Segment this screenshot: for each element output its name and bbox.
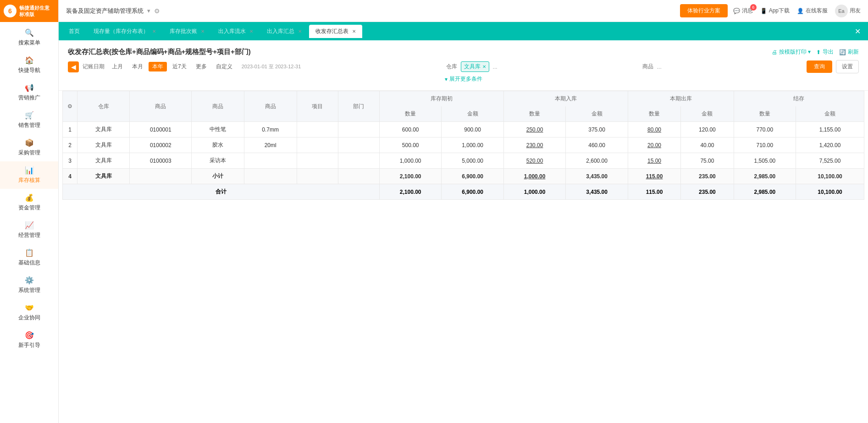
row-in-qty: 1,000.00 bbox=[503, 169, 565, 184]
tab-inout-summary-close[interactable]: ✕ bbox=[298, 29, 302, 34]
expand-label: 展开更多条件 bbox=[449, 75, 482, 83]
sidebar-item-operations[interactable]: 📈经营管理 bbox=[0, 216, 58, 244]
row-out-qty[interactable]: 80.00 bbox=[628, 122, 680, 137]
tab-recv-send-close[interactable]: ✕ bbox=[352, 29, 356, 34]
goods-more[interactable]: ... bbox=[657, 64, 662, 70]
sidebar-label-quick: 快捷导航 bbox=[18, 66, 40, 74]
tab-inout-flow-close[interactable]: ✕ bbox=[249, 29, 253, 34]
footer-in-amt: 3,435.00 bbox=[566, 184, 628, 200]
sidebar-item-basic[interactable]: 📋基础信息 bbox=[0, 244, 58, 271]
warehouse-tag-text: 文具库 bbox=[464, 63, 481, 71]
sidebar-label-finance: 资金管理 bbox=[18, 204, 40, 212]
warehouse-tag: 文具库 ✕ bbox=[461, 61, 489, 72]
sidebar-icon-search: 🔍 bbox=[25, 28, 34, 37]
trial-button[interactable]: 体验行业方案 bbox=[680, 4, 728, 17]
sidebar-item-purchase[interactable]: 📦采购管理 bbox=[0, 134, 58, 161]
sidebar-label-inventory: 库存核算 bbox=[18, 176, 40, 184]
query-button[interactable]: 查询 bbox=[807, 60, 832, 73]
app-download-button[interactable]: 📱 App下载 bbox=[760, 7, 790, 15]
col-in: 本期入库 bbox=[503, 91, 628, 107]
warehouse-label: 仓库 bbox=[446, 63, 457, 71]
tab-recv-send[interactable]: 收发存汇总表 ✕ bbox=[309, 25, 362, 38]
date-btn-last-month[interactable]: 上月 bbox=[108, 62, 127, 71]
row-code: 0100001 bbox=[130, 122, 192, 137]
sidebar-item-search[interactable]: 🔍搜索菜单 bbox=[0, 24, 58, 51]
row-bal-amt: 10,100.00 bbox=[796, 169, 864, 184]
row-out-qty[interactable]: 15.00 bbox=[628, 153, 680, 169]
row-no: 4 bbox=[63, 169, 77, 184]
sidebar-item-finance[interactable]: 💰资金管理 bbox=[0, 189, 58, 216]
sidebar-label-collab: 企业协同 bbox=[18, 314, 40, 322]
sidebar-label-purchase: 采购管理 bbox=[18, 149, 40, 157]
user-menu[interactable]: Ea 用友 bbox=[835, 5, 861, 17]
sidebar-item-quick[interactable]: 🏠快捷导航 bbox=[0, 51, 58, 79]
app-logo: 6 畅捷通好生意 标准版 bbox=[0, 0, 58, 22]
refresh-label: 刷新 bbox=[848, 48, 859, 56]
sidebar-item-system[interactable]: ⚙️系统管理 bbox=[0, 271, 58, 299]
row-in-amt: 460.00 bbox=[566, 137, 628, 153]
refresh-button[interactable]: 🔄 刷新 bbox=[839, 48, 859, 56]
date-btn-7days[interactable]: 近7天 bbox=[169, 62, 190, 71]
col-project: 项目 bbox=[297, 91, 338, 122]
row-out-qty[interactable]: 20.00 bbox=[628, 137, 680, 153]
col-open-stock: 库存期初 bbox=[379, 91, 503, 107]
tab-inout-summary[interactable]: 出入库汇总 ✕ bbox=[260, 25, 308, 38]
footer-out-qty: 115.00 bbox=[628, 184, 680, 200]
warehouse-more[interactable]: ... bbox=[493, 64, 498, 70]
tab-bar-close-button[interactable]: ✕ bbox=[851, 27, 864, 36]
row-open-amt: 5,000.00 bbox=[442, 153, 503, 169]
col-dept: 部门 bbox=[338, 91, 379, 122]
sidebar-item-marketing-promo[interactable]: 📢营销推广 bbox=[0, 79, 58, 106]
export-label: 导出 bbox=[823, 48, 834, 56]
date-btn-more[interactable]: 更多 bbox=[192, 62, 210, 71]
tab-inventory-dist[interactable]: 现存量（库存分布表） ✕ bbox=[87, 25, 162, 38]
settings-icon[interactable]: ⚙ bbox=[154, 7, 160, 15]
filter-toggle-button[interactable]: ◀ bbox=[68, 61, 79, 72]
table-settings-button[interactable]: 设置 bbox=[836, 60, 859, 73]
expand-icon: ▾ bbox=[445, 76, 448, 82]
notification-button[interactable]: 💬 App下载 消息 6 bbox=[733, 7, 753, 15]
print-button[interactable]: 🖨 按模版打印 ▾ bbox=[772, 48, 811, 56]
sidebar-label-marketing-promo: 营销推广 bbox=[18, 94, 40, 102]
col-name: 商品 bbox=[192, 91, 244, 122]
sidebar-item-collab[interactable]: 🤝企业协同 bbox=[0, 299, 58, 326]
online-service-button[interactable]: 👤 在线客服 bbox=[797, 7, 828, 15]
row-out-amt: 40.00 bbox=[681, 137, 734, 153]
footer-out-amt: 235.00 bbox=[681, 184, 734, 200]
system-dropdown-icon[interactable]: ▾ bbox=[147, 7, 150, 14]
print-icon: 🖨 bbox=[772, 49, 777, 55]
tab-batch-close[interactable]: ✕ bbox=[201, 29, 205, 34]
row-bal-amt: 1,420.00 bbox=[796, 137, 864, 153]
notification-badge: 6 bbox=[750, 4, 757, 11]
service-icon: 👤 bbox=[797, 8, 804, 14]
col-open-amt: 金额 bbox=[442, 106, 503, 122]
row-bal-qty: 710.00 bbox=[734, 137, 796, 153]
sidebar-item-sales[interactable]: 🛒销售管理 bbox=[0, 106, 58, 134]
row-in-qty[interactable]: 520.00 bbox=[503, 153, 565, 169]
row-spec bbox=[244, 153, 297, 169]
row-in-qty[interactable]: 250.00 bbox=[503, 122, 565, 137]
col-code: 商品 bbox=[130, 91, 192, 122]
expand-filter-button[interactable]: ▾ 展开更多条件 bbox=[68, 73, 859, 87]
date-btn-custom[interactable]: 自定义 bbox=[212, 62, 236, 71]
tab-bar: 首页 现存量（库存分布表） ✕ 库存批次账 ✕ 出入库流水 ✕ 出入库汇总 ✕ … bbox=[59, 22, 868, 40]
export-button[interactable]: ⬆ 导出 bbox=[816, 48, 834, 56]
warehouse-tag-close[interactable]: ✕ bbox=[482, 64, 486, 69]
tab-home[interactable]: 首页 bbox=[62, 25, 86, 38]
sidebar-label-operations: 经营管理 bbox=[18, 231, 40, 239]
date-btn-this-month[interactable]: 本月 bbox=[128, 62, 147, 71]
sidebar-item-inventory[interactable]: 📊库存核算 bbox=[0, 161, 58, 189]
table-row: 2 文具库 0100002 胶水 20ml 500.00 1,000.00 23… bbox=[63, 137, 864, 153]
tab-inventory-dist-close[interactable]: ✕ bbox=[152, 29, 156, 34]
tab-batch[interactable]: 库存批次账 ✕ bbox=[163, 25, 211, 38]
page-header: 收发存汇总表(按仓库+商品编码+商品+规格型号+项目+部门) 🖨 按模版打印 ▾… bbox=[59, 40, 868, 60]
row-spec bbox=[244, 169, 297, 184]
date-btn-this-year[interactable]: 本年 bbox=[149, 62, 167, 71]
row-in-qty[interactable]: 230.00 bbox=[503, 137, 565, 153]
tab-inout-flow[interactable]: 出入库流水 ✕ bbox=[212, 25, 260, 38]
row-open-amt: 6,900.00 bbox=[442, 169, 503, 184]
row-bal-amt: 1,155.00 bbox=[796, 122, 864, 137]
col-settings[interactable]: ⚙ bbox=[63, 91, 77, 122]
sidebar-item-guide[interactable]: 🎯新手引导 bbox=[0, 326, 58, 354]
row-out-qty: 115.00 bbox=[628, 169, 680, 184]
